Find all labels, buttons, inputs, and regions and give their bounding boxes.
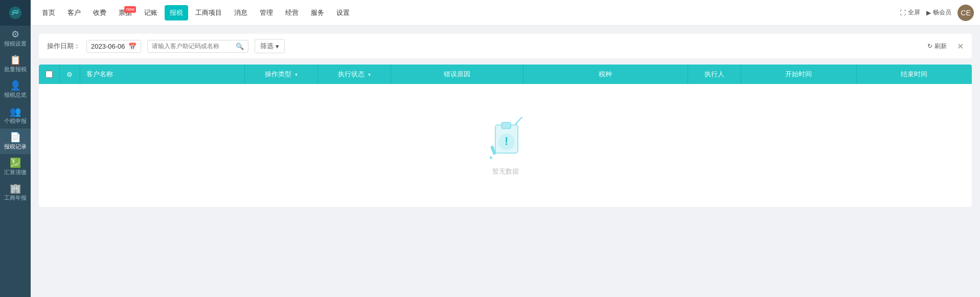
th-error-reason: 错误原因 <box>391 65 523 84</box>
th-end-time: 结束时间 <box>856 65 972 84</box>
topnav-item-settings[interactable]: 设置 <box>331 5 355 20</box>
svg-marker-8 <box>489 155 493 159</box>
sidebar-item-annual-report[interactable]: 🏢 工商年报 <box>0 180 31 205</box>
fullscreen-btn[interactable]: ⛶ 全屏 <box>900 8 920 17</box>
sidebar-item-tax-overview[interactable]: 👤 报税总览 <box>0 77 31 102</box>
th-settings: ⚙ <box>59 65 80 84</box>
topnav: 首页 客户 收费 票据 new 记账 报税 工商项目 消息 管理 经营 服务 设… <box>31 0 980 26</box>
empty-state: ! 暂无数据 <box>39 84 972 207</box>
tax-records-icon: 📄 <box>10 133 21 142</box>
settings-icon[interactable]: ⚙ <box>66 71 73 78</box>
th-checkbox <box>39 65 59 84</box>
avatar[interactable]: CE <box>958 5 974 21</box>
search-input[interactable] <box>152 43 234 50</box>
select-all-checkbox[interactable] <box>45 71 53 78</box>
table-header-row: ⚙ 客户名称 操作类型 ▾ 执行状态 ▾ <box>39 65 972 84</box>
filter-label-text: 筛选 <box>260 41 274 51</box>
svg-line-2 <box>516 122 517 125</box>
batch-tax-icon: 📋 <box>10 55 21 65</box>
settlement-icon: 💹 <box>10 158 21 167</box>
page-content: 操作日期： 2023-06-06 📅 🔍 筛选 ▾ ↻ 刷新 <box>31 26 980 297</box>
sidebar-logo <box>0 0 31 26</box>
th-tax-type: 税种 <box>523 65 688 84</box>
topnav-item-business[interactable]: 工商项目 <box>190 5 227 20</box>
new-badge: new <box>124 6 136 13</box>
sidebar-item-batch-tax[interactable]: 📋 批量报税 <box>0 51 31 77</box>
refresh-icon: ↻ <box>927 43 932 50</box>
th-operation-type: 操作类型 ▾ <box>245 65 318 84</box>
date-picker[interactable]: 2023-06-06 📅 <box>86 40 141 53</box>
topnav-item-invoice[interactable]: 票据 new <box>113 5 137 20</box>
topnav-item-service[interactable]: 服务 <box>306 5 329 20</box>
sidebar-item-personal-tax[interactable]: 👥 个税申报 <box>0 103 31 129</box>
table-body: ! 暂无数据 <box>39 84 972 207</box>
th-exec-status: 执行状态 ▾ <box>318 65 391 84</box>
refresh-button[interactable]: ↻ 刷新 <box>927 42 947 51</box>
personal-tax-icon: 👥 <box>10 107 21 116</box>
calendar-icon: 📅 <box>128 43 136 50</box>
tax-settings-icon: ⚙ <box>11 30 19 39</box>
date-label: 操作日期： <box>47 41 80 51</box>
topnav-item-message[interactable]: 消息 <box>229 5 253 20</box>
sidebar-item-settlement[interactable]: 💹 汇算清缴 <box>0 154 31 180</box>
chevron-down-icon: ▾ <box>276 43 279 50</box>
search-wrap: 🔍 <box>147 40 248 53</box>
sidebar-item-tax-records[interactable]: 📄 报税记录 <box>0 129 31 154</box>
date-value: 2023-06-06 <box>91 43 125 50</box>
content: 操作日期： 2023-06-06 📅 🔍 筛选 ▾ ↻ 刷新 <box>31 26 980 297</box>
svg-rect-4 <box>502 122 511 129</box>
close-button[interactable]: ✕ <box>957 41 964 51</box>
fullscreen-icon: ⛶ <box>900 9 906 16</box>
search-icon: 🔍 <box>236 43 244 50</box>
topnav-item-tax[interactable]: 报税 <box>165 5 188 20</box>
topnav-item-management[interactable]: 管理 <box>255 5 278 20</box>
svg-line-1 <box>517 117 522 122</box>
sort-icon-status: ▾ <box>368 72 371 77</box>
sidebar: ⚙ 报税设置 📋 批量报税 👤 报税总览 👥 个税申报 📄 报税记录 💹 汇算清… <box>0 0 31 297</box>
topnav-item-home[interactable]: 首页 <box>37 5 60 20</box>
vip-btn[interactable]: ▶ 畅会员 <box>926 8 951 17</box>
records-table: ⚙ 客户名称 操作类型 ▾ 执行状态 ▾ <box>39 65 972 207</box>
svg-text:!: ! <box>505 135 508 147</box>
topnav-items: 首页 客户 收费 票据 new 记账 报税 工商项目 消息 管理 经营 服务 设… <box>37 5 900 20</box>
topnav-item-operation[interactable]: 经营 <box>280 5 304 20</box>
empty-illustration: ! <box>485 115 526 161</box>
th-customer-name: 客户名称 <box>80 65 245 84</box>
empty-row: ! 暂无数据 <box>39 84 972 207</box>
filter-bar: 操作日期： 2023-06-06 📅 🔍 筛选 ▾ ↻ 刷新 <box>39 34 972 58</box>
th-executor: 执行人 <box>688 65 741 84</box>
empty-text: 暂无数据 <box>492 167 519 176</box>
annual-report-icon: 🏢 <box>10 184 21 193</box>
sort-icon-operation: ▾ <box>295 72 298 77</box>
main-area: 首页 客户 收费 票据 new 记账 报税 工商项目 消息 管理 经营 服务 设… <box>31 0 980 297</box>
topnav-item-bookkeeping[interactable]: 记账 <box>139 5 163 20</box>
topnav-item-customer[interactable]: 客户 <box>62 5 86 20</box>
sidebar-item-tax-settings[interactable]: ⚙ 报税设置 <box>0 26 31 51</box>
table-wrap: ⚙ 客户名称 操作类型 ▾ 执行状态 ▾ <box>39 65 972 207</box>
topnav-item-collection[interactable]: 收费 <box>88 5 111 20</box>
vip-icon: ▶ <box>926 9 931 16</box>
topnav-right: ⛶ 全屏 ▶ 畅会员 CE <box>900 5 974 21</box>
tax-overview-icon: 👤 <box>10 81 21 90</box>
th-start-time: 开始时间 <box>741 65 856 84</box>
filter-button[interactable]: 筛选 ▾ <box>255 39 285 53</box>
